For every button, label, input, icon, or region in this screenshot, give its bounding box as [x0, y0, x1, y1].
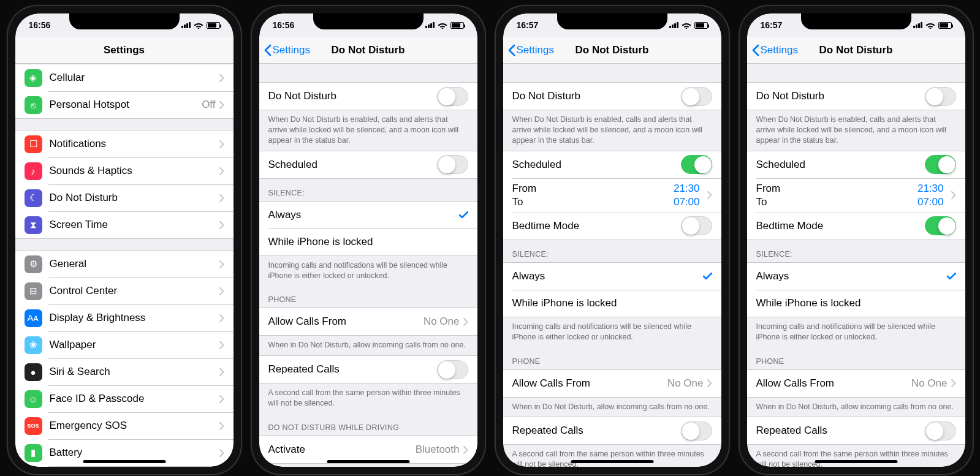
- battery-icon: ▮: [25, 444, 42, 462]
- dnd-toggle[interactable]: [925, 87, 956, 106]
- sounds-icon: ♪: [25, 162, 42, 180]
- row-label: Display & Brightness: [50, 312, 219, 324]
- silence-locked-row[interactable]: While iPhone is locked: [259, 229, 477, 255]
- dnd-content[interactable]: Do Not Disturb When Do Not Disturb is en…: [747, 64, 965, 467]
- settings-row-dnd[interactable]: ☾ Do Not Disturb: [15, 184, 234, 211]
- chevron-left-icon: [752, 44, 759, 56]
- home-indicator[interactable]: [815, 460, 897, 463]
- back-button[interactable]: Settings: [264, 44, 310, 56]
- settings-row-privacy[interactable]: ✋ Privacy: [15, 466, 234, 467]
- signal-icon: [181, 22, 191, 28]
- activate-footer: Limit notifications while driving. Incom…: [259, 464, 477, 467]
- status-time: 16:57: [761, 20, 783, 30]
- bedtime-toggle[interactable]: [681, 216, 712, 235]
- to-label: To: [512, 195, 523, 209]
- repeated-toggle[interactable]: [925, 421, 956, 440]
- settings-row-controlcenter[interactable]: ⊟ Control Center: [15, 278, 234, 304]
- nav-bar: Settings Do Not Disturb: [747, 37, 965, 64]
- repeated-calls-row[interactable]: Repeated Calls: [503, 417, 721, 444]
- row-label: Cellular: [50, 72, 219, 84]
- signal-icon: [425, 22, 435, 28]
- settings-row-siri[interactable]: ● Siri & Search: [15, 358, 234, 385]
- faceid-icon: ☺: [25, 390, 42, 408]
- settings-row-cellular[interactable]: ◈ Cellular: [15, 64, 234, 91]
- display-icon: Aᴀ: [25, 309, 42, 327]
- settings-row-notifications[interactable]: ☐ Notifications: [15, 130, 234, 157]
- scheduled-toggle[interactable]: [681, 155, 712, 174]
- bedtime-toggle[interactable]: [925, 216, 956, 235]
- home-indicator[interactable]: [327, 460, 409, 463]
- home-indicator[interactable]: [83, 460, 165, 463]
- settings-row-screentime[interactable]: ⧗ Screen Time: [15, 211, 234, 238]
- dnd-toggle[interactable]: [681, 87, 712, 106]
- row-label: Wallpaper: [50, 339, 219, 351]
- chevron-right-icon: [219, 422, 224, 430]
- allow-calls-footer: When in Do Not Disturb, allow incoming c…: [503, 398, 721, 417]
- chevron-right-icon: [219, 74, 224, 82]
- repeated-toggle[interactable]: [437, 360, 468, 379]
- scheduled-toggle[interactable]: [925, 155, 956, 174]
- allow-calls-row[interactable]: Allow Calls FromNo One: [747, 370, 965, 397]
- bedtime-row[interactable]: Bedtime Mode: [747, 213, 965, 240]
- scheduled-row[interactable]: Scheduled: [747, 151, 965, 178]
- settings-row-faceid[interactable]: ☺ Face ID & Passcode: [15, 385, 234, 412]
- phone-settings: 16:56 Settings ◈ Cellular ⎋ Personal Hot…: [8, 6, 241, 474]
- chevron-right-icon: [219, 287, 224, 295]
- back-button[interactable]: Settings: [508, 44, 554, 56]
- from-time: 21:30: [674, 182, 700, 195]
- schedule-time-row[interactable]: From21:30 To07:00: [503, 178, 721, 213]
- scheduled-row[interactable]: Scheduled: [259, 151, 477, 178]
- row-label: General: [50, 258, 219, 270]
- notch: [313, 13, 424, 29]
- controlcenter-icon: ⊟: [25, 282, 42, 300]
- settings-row-general[interactable]: ⚙ General: [15, 251, 234, 278]
- allow-calls-row[interactable]: Allow Calls FromNo One: [503, 370, 721, 397]
- row-label: Emergency SOS: [50, 420, 219, 432]
- silence-always-row[interactable]: Always: [503, 263, 721, 290]
- status-time: 16:57: [517, 20, 539, 30]
- back-button[interactable]: Settings: [752, 44, 798, 56]
- bedtime-row[interactable]: Bedtime Mode: [503, 213, 721, 240]
- scheduled-row[interactable]: Scheduled: [503, 151, 721, 178]
- repeated-toggle[interactable]: [681, 421, 712, 440]
- home-indicator[interactable]: [571, 460, 653, 463]
- settings-row-display[interactable]: Aᴀ Display & Brightness: [15, 304, 234, 331]
- battery-icon: [207, 22, 220, 29]
- chevron-right-icon: [219, 221, 224, 229]
- settings-row-wallpaper[interactable]: ❀ Wallpaper: [15, 331, 234, 358]
- repeated-footer: A second call from the same person withi…: [259, 383, 477, 414]
- settings-row-hotspot[interactable]: ⎋ Personal HotspotOff: [15, 91, 234, 118]
- silence-locked-row[interactable]: While iPhone is locked: [503, 290, 721, 317]
- phone-dnd-scheduled-off: 16:56 Settings Do Not Disturb Do Not Dis…: [252, 6, 485, 474]
- battery-icon: [694, 22, 708, 29]
- settings-row-sos[interactable]: SOS Emergency SOS: [15, 412, 234, 439]
- silence-locked-row[interactable]: While iPhone is locked: [747, 290, 965, 317]
- dnd-toggle-row[interactable]: Do Not Disturb: [259, 83, 477, 110]
- dnd-toggle-row[interactable]: Do Not Disturb: [747, 83, 965, 110]
- chevron-left-icon: [264, 44, 272, 56]
- dnd-content[interactable]: Do Not Disturb When Do Not Disturb is en…: [503, 64, 721, 467]
- to-time: 07:00: [674, 195, 700, 209]
- chevron-right-icon: [707, 191, 712, 199]
- schedule-time-row[interactable]: From21:30 To07:00: [747, 178, 965, 213]
- to-time: 07:00: [917, 195, 944, 209]
- dnd-toggle[interactable]: [437, 87, 468, 106]
- battery-icon: [938, 22, 952, 29]
- repeated-calls-row[interactable]: Repeated Calls: [259, 356, 477, 383]
- chevron-right-icon: [707, 379, 712, 387]
- row-value: Off: [202, 99, 215, 111]
- activate-row[interactable]: ActivateBluetooth: [259, 436, 477, 463]
- chevron-right-icon: [219, 314, 224, 322]
- chevron-right-icon: [219, 194, 224, 202]
- settings-row-sounds[interactable]: ♪ Sounds & Haptics: [15, 157, 234, 184]
- silence-always-row[interactable]: Always: [747, 263, 965, 290]
- wallpaper-icon: ❀: [25, 336, 42, 354]
- silence-always-row[interactable]: Always: [259, 202, 477, 229]
- hotspot-icon: ⎋: [25, 96, 42, 114]
- repeated-calls-row[interactable]: Repeated Calls: [747, 417, 965, 444]
- settings-list[interactable]: ◈ Cellular ⎋ Personal HotspotOff ☐ Notif…: [15, 64, 234, 467]
- allow-calls-row[interactable]: Allow Calls FromNo One: [259, 308, 477, 335]
- dnd-toggle-row[interactable]: Do Not Disturb: [503, 83, 721, 110]
- scheduled-toggle[interactable]: [437, 155, 468, 174]
- dnd-content[interactable]: Do Not Disturb When Do Not Disturb is en…: [259, 64, 477, 467]
